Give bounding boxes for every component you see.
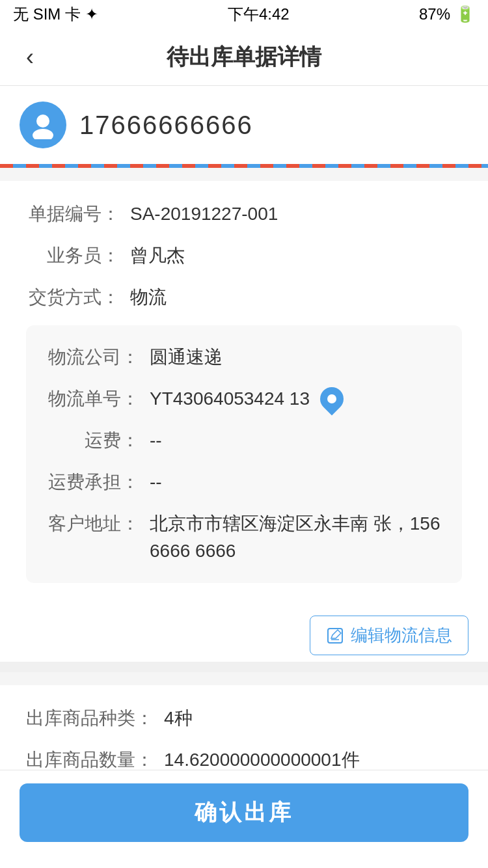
address-row: 客户地址： 北京市市辖区海淀区永丰南 张，156 6666 6666	[46, 510, 442, 565]
separator	[0, 662, 488, 672]
svg-rect-2	[328, 629, 342, 643]
logistics-card: 物流公司： 圆通速递 物流单号： YT43064053424 13 运费： --…	[26, 325, 462, 583]
edit-btn-row: 编辑物流信息	[0, 603, 488, 662]
nav-bar: ‹ 待出库单据详情	[0, 29, 488, 86]
tracking-no-label: 物流单号：	[46, 385, 150, 413]
dashed-divider	[0, 164, 488, 168]
back-button[interactable]: ‹	[20, 37, 40, 77]
freight-bear-value: --	[150, 468, 442, 496]
location-icon[interactable]	[316, 383, 349, 416]
customer-phone: 17666666666	[79, 111, 253, 140]
address-label: 客户地址：	[46, 510, 150, 537]
freight-bear-row: 运费承担： --	[46, 468, 442, 496]
freight-bear-label: 运费承担：	[46, 468, 150, 496]
salesperson-row: 业务员： 曾凡杰	[26, 242, 462, 269]
document-no-value: SA-20191227-001	[130, 200, 462, 228]
delivery-method-row: 交货方式： 物流	[26, 284, 462, 311]
logistics-company-row: 物流公司： 圆通速递	[46, 344, 442, 371]
carrier-text: 无 SIM 卡 ✦	[13, 4, 98, 25]
status-bar: 无 SIM 卡 ✦ 下午4:42 87% 🔋	[0, 0, 488, 29]
document-no-row: 单据编号： SA-20191227-001	[26, 200, 462, 228]
address-value: 北京市市辖区海淀区永丰南 张，156 6666 6666	[150, 510, 442, 565]
avatar	[20, 102, 66, 148]
basic-info-section: 单据编号： SA-20191227-001 业务员： 曾凡杰 交货方式： 物流 …	[0, 181, 488, 603]
battery-text: 87%	[419, 5, 450, 23]
tracking-no-row: 物流单号： YT43064053424 13	[46, 385, 442, 413]
edit-logistics-button[interactable]: 编辑物流信息	[310, 616, 468, 655]
freight-value: --	[150, 427, 442, 454]
status-right: 87% 🔋	[419, 5, 475, 23]
svg-point-1	[33, 129, 53, 139]
confirm-button[interactable]: 确认出库	[20, 783, 468, 842]
goods-types-row: 出库商品种类： 4种	[26, 705, 462, 732]
svg-point-0	[36, 115, 49, 128]
status-time: 下午4:42	[228, 4, 290, 25]
user-avatar-icon	[29, 111, 57, 139]
customer-header: 17666666666	[0, 86, 488, 164]
freight-row: 运费： --	[46, 427, 442, 454]
goods-types-value: 4种	[164, 705, 462, 732]
freight-label: 运费：	[46, 427, 150, 454]
status-left: 无 SIM 卡 ✦	[13, 4, 98, 25]
delivery-method-value: 物流	[130, 284, 462, 311]
edit-icon	[326, 627, 344, 645]
logistics-company-value: 圆通速递	[150, 344, 442, 371]
delivery-method-label: 交货方式：	[26, 284, 130, 311]
confirm-btn-wrap: 确认出库	[0, 770, 488, 868]
location-icon-inner	[327, 394, 336, 403]
document-no-label: 单据编号：	[26, 200, 130, 228]
salesperson-value: 曾凡杰	[130, 242, 462, 269]
salesperson-label: 业务员：	[26, 242, 130, 269]
tracking-no-value: YT43064053424 13	[150, 385, 442, 413]
goods-types-label: 出库商品种类：	[26, 705, 164, 732]
page-title: 待出库单据详情	[167, 42, 321, 72]
battery-icon: 🔋	[455, 5, 475, 23]
logistics-company-label: 物流公司：	[46, 344, 150, 371]
